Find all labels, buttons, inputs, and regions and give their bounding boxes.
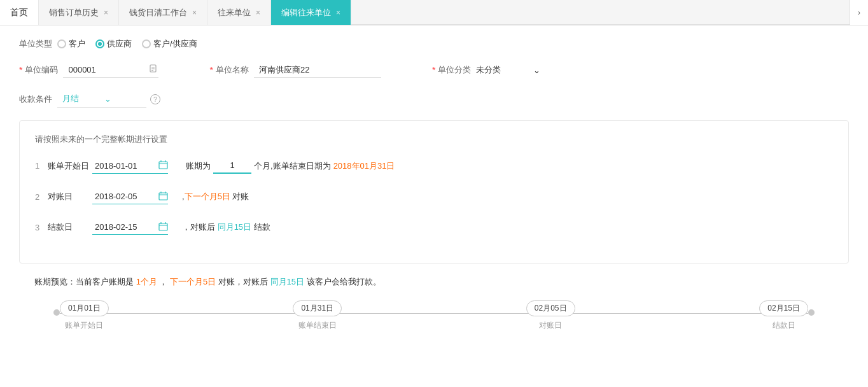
svg-rect-1	[151, 67, 155, 67]
preview-months: 1个月	[136, 277, 157, 286]
unit-info-row: * 单位编码 * 单位名称 *	[19, 62, 849, 78]
tab-counterparty-close[interactable]: ×	[256, 8, 260, 17]
period-months-input[interactable]	[213, 158, 251, 174]
timeline-point-1: 01月01日 账单开始日	[60, 300, 109, 331]
period-same-month: 同月15日	[218, 222, 251, 232]
timeline-badge-1: 01月01日	[60, 300, 109, 316]
unit-type-row: 单位类型 客户 供应商 客户/供应商	[19, 38, 849, 50]
tab-sales-history[interactable]: 销售订单历史 ×	[39, 0, 119, 25]
unit-classify-chevron-icon: ⌄	[533, 66, 591, 75]
timeline-point-4: 02月15日 结款日	[759, 300, 808, 331]
tab-more-chevron[interactable]: ›	[850, 0, 868, 25]
timeline-left-dot	[53, 309, 60, 316]
timeline-points: 01月01日 账单开始日 01月31日 账单结束日 02月05日 对账日 02月…	[60, 300, 808, 331]
period-date-1	[92, 158, 168, 174]
period-label-1: 账单开始日	[48, 160, 92, 172]
period-desc-1b: 个月,账单结束日期为	[254, 160, 331, 172]
preview-next-month: 下一个月5日	[170, 277, 216, 286]
period-desc-3: ，对账后 同月15日 结款	[182, 222, 270, 233]
tab-sales-history-close[interactable]: ×	[104, 8, 108, 17]
unit-type-label: 单位类型	[19, 38, 52, 50]
payment-condition-row: 收款条件 月结 ⌄ ?	[19, 90, 849, 108]
timeline-badge-2: 01月31日	[293, 300, 342, 316]
tab-cash-daily-close[interactable]: ×	[192, 8, 197, 17]
radio-customer-supplier-circle	[142, 39, 151, 48]
unit-classify-field: * 单位分类 未分类 ⌄	[432, 64, 591, 76]
period-calendar-icon-3[interactable]	[158, 222, 168, 233]
radio-customer[interactable]: 客户	[57, 38, 85, 50]
unit-type-field: 单位类型 客户 供应商 客户/供应商	[19, 38, 197, 50]
tab-cash-daily[interactable]: 钱货日清工作台 ×	[119, 0, 207, 25]
period-label-2: 对账日	[48, 191, 92, 202]
timeline-point-3: 02月05日 对账日	[526, 300, 575, 331]
payment-condition-field: 收款条件 月结 ⌄ ?	[19, 90, 160, 108]
timeline-right-dot	[808, 309, 815, 316]
period-row-2: 2 对账日 ,下一个月5日 对账	[35, 189, 833, 204]
period-box: 请按照未来的一个完整帐期进行设置 1 账单开始日 账期为 个月,账单结束日期为	[19, 120, 849, 264]
timeline-label-4: 结款日	[773, 320, 795, 331]
tab-home[interactable]: 首页	[0, 0, 39, 25]
period-next-month: 下一个月5日	[185, 192, 230, 201]
preview-same-month: 同月15日	[270, 277, 304, 286]
unit-type-radio-group: 客户 供应商 客户/供应商	[57, 38, 197, 50]
preview-suffix: 该客户会给我打款。	[307, 277, 381, 286]
period-date-input-2[interactable]	[92, 189, 156, 204]
period-date-input-3[interactable]	[92, 220, 156, 234]
unit-code-input[interactable]	[63, 62, 146, 77]
timeline-label-1: 账单开始日	[65, 320, 103, 331]
unit-name-input[interactable]	[254, 62, 381, 78]
period-num-3: 3	[35, 223, 48, 232]
period-calendar-icon-1[interactable]	[158, 160, 168, 171]
unit-name-field: * 单位名称	[209, 62, 381, 78]
period-calendar-icon-2[interactable]	[158, 191, 168, 202]
radio-supplier-label: 供应商	[107, 38, 132, 50]
unit-classify-required: *	[432, 65, 435, 75]
svg-rect-2	[151, 69, 155, 69]
payment-condition-chevron-icon: ⌄	[104, 94, 141, 104]
radio-customer-supplier[interactable]: 客户/供应商	[142, 38, 197, 50]
preview-middle1: ，	[159, 277, 167, 286]
period-date-3	[92, 220, 168, 235]
main-content: 单位类型 客户 供应商 客户/供应商 * 单位编码	[0, 25, 868, 387]
unit-code-label: 单位编码	[25, 64, 58, 76]
unit-code-input-wrapper	[63, 62, 158, 78]
radio-supplier[interactable]: 供应商	[95, 38, 132, 50]
svg-rect-3	[151, 70, 153, 71]
unit-code-required: *	[19, 65, 22, 75]
preview-text: 账期预览：当前客户账期是 1个月 ， 下一个月5日 对账，对账后 同月15日 该…	[34, 276, 834, 288]
payment-condition-label: 收款条件	[19, 94, 52, 105]
period-num-2: 2	[35, 192, 48, 202]
timeline-label-3: 对账日	[539, 320, 562, 331]
unit-code-copy-icon[interactable]	[148, 64, 158, 76]
timeline-badge-4: 02月15日	[759, 300, 808, 316]
period-date-2	[92, 189, 168, 204]
tab-edit-counterparty-close[interactable]: ×	[336, 8, 340, 17]
preview-label: 账期预览：当前客户账期是	[34, 277, 134, 286]
unit-classify-label: 单位分类	[438, 64, 471, 76]
radio-supplier-circle	[95, 39, 104, 48]
unit-name-required: *	[209, 65, 213, 75]
payment-help-icon[interactable]: ?	[150, 94, 160, 104]
period-date-input-1[interactable]	[92, 158, 156, 173]
tab-edit-counterparty[interactable]: 编辑往来单位 ×	[271, 0, 351, 25]
timeline-label-2: 账单结束日	[298, 320, 337, 331]
tab-bar: 首页 销售订单历史 × 钱货日清工作台 × 往来单位 × 编辑往来单位 × ›	[0, 0, 868, 25]
period-end-date: 2018年01月31日	[333, 160, 395, 172]
unit-classify-select[interactable]: 未分类 ⌄	[476, 64, 591, 76]
radio-customer-supplier-label: 客户/供应商	[153, 38, 197, 50]
period-box-title: 请按照未来的一个完整帐期进行设置	[35, 134, 833, 145]
svg-rect-12	[159, 223, 167, 230]
payment-condition-select[interactable]: 月结 ⌄	[57, 90, 146, 108]
svg-rect-4	[159, 162, 167, 169]
timeline-container: 01月01日 账单开始日 01月31日 账单结束日 02月05日 对账日 02月…	[34, 300, 834, 331]
period-desc-2: ,下一个月5日 对账	[182, 191, 249, 202]
radio-customer-circle	[57, 39, 66, 48]
preview-middle2: 对账，对账后	[218, 277, 268, 286]
tab-counterparty[interactable]: 往来单位 ×	[207, 0, 271, 25]
period-row-1: 1 账单开始日 账期为 个月,账单结束日期为 2018年01月31日	[35, 158, 833, 174]
unit-name-label: 单位名称	[216, 64, 249, 76]
timeline-point-2: 01月31日 账单结束日	[293, 300, 342, 331]
timeline-badge-3: 02月05日	[526, 300, 575, 316]
svg-rect-8	[159, 193, 167, 200]
period-row-3: 3 结款日 ，对账后 同月15日 结款	[35, 220, 833, 235]
